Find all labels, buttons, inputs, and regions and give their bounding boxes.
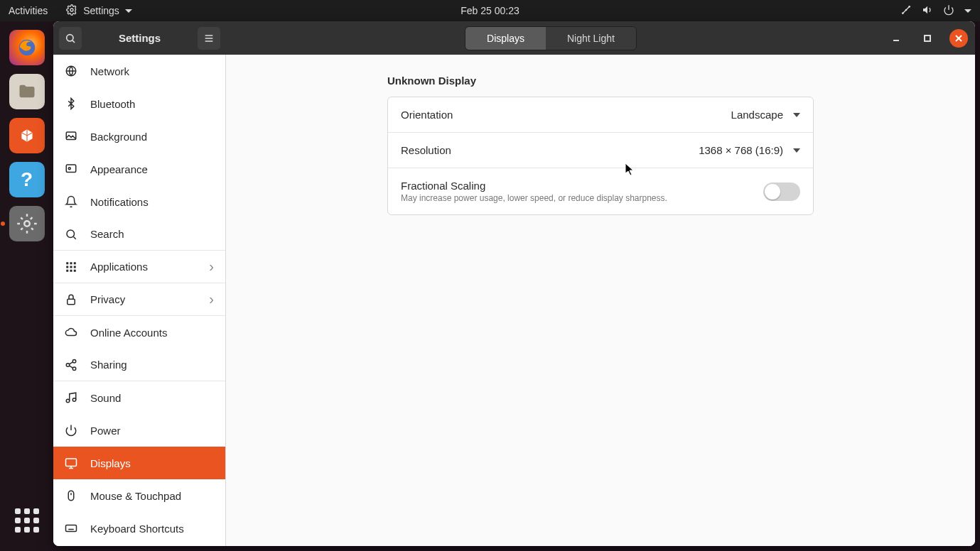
sidebar-item-online[interactable]: Online Accounts [53,316,225,349]
power-icon [65,424,77,437]
orientation-label: Orientation [401,109,731,121]
content-area: Unknown Display Orientation Landscape Re… [226,55,975,546]
cloud-icon [65,326,77,339]
dock: ? [0,21,53,551]
sidebar-item-appearance[interactable]: Appearance [53,153,225,185]
volume-icon[interactable] [922,4,933,18]
resolution-row[interactable]: Resolution 1368 × 768 (16:9) [388,133,813,168]
svg-point-19 [68,168,70,170]
svg-rect-26 [70,266,72,268]
privacy-icon [65,293,77,306]
chevron-right-icon: › [209,291,214,307]
app-menu[interactable]: Settings [66,4,132,18]
svg-line-36 [69,361,72,364]
window-title: Settings [87,32,192,44]
svg-rect-31 [68,299,75,305]
svg-rect-43 [68,491,74,501]
resolution-label: Resolution [401,144,699,156]
activities-button[interactable]: Activities [9,5,48,16]
sidebar-item-privacy[interactable]: Privacy› [53,283,225,316]
clock[interactable]: Feb 25 00:23 [461,5,519,16]
sharing-icon [65,359,77,371]
sidebar-item-power[interactable]: Power [53,414,225,447]
sidebar-item-label: Search [90,228,124,240]
close-button[interactable] [949,29,968,48]
svg-line-21 [73,236,75,239]
maximize-button[interactable] [918,29,937,48]
sidebar-item-displays[interactable]: Displays [53,447,225,479]
sidebar-item-bluetooth[interactable]: Bluetooth [53,87,225,120]
sidebar-item-label: Appearance [90,163,148,175]
titlebar: Settings Displays Night Light [53,21,975,55]
svg-rect-28 [66,269,68,271]
svg-rect-22 [66,262,68,264]
sidebar-item-search[interactable]: Search [53,218,225,251]
fractional-scaling-label: Fractional Scaling [401,180,763,192]
resolution-value: 1368 × 768 (16:9) [699,144,783,156]
network-icon [65,65,77,77]
svg-rect-24 [74,262,76,264]
show-applications-button[interactable] [9,503,45,538]
tab-displays[interactable]: Displays [465,27,546,50]
svg-rect-25 [66,266,68,268]
fractional-scaling-switch[interactable] [763,182,800,201]
svg-point-34 [72,367,76,371]
sidebar-item-background[interactable]: Background [53,120,225,153]
svg-rect-27 [74,266,76,268]
power-status-icon[interactable] [943,4,954,18]
bluetooth-icon [65,97,77,110]
hamburger-menu-button[interactable] [198,27,220,50]
dock-app-settings[interactable] [9,206,45,241]
sidebar-item-keyboard[interactable]: Keyboard Shortcuts [53,512,225,545]
display-section-title: Unknown Display [387,75,814,87]
svg-rect-23 [70,262,72,264]
sidebar-item-network[interactable]: Network [53,55,225,87]
sidebar-item-label: Applications [90,261,148,273]
chevron-down-icon [793,113,800,117]
sidebar-item-label: Network [90,65,129,77]
sidebar-item-applications[interactable]: Applications› [53,251,225,283]
sidebar-item-sound[interactable]: Sound [53,381,225,414]
svg-point-37 [66,399,70,403]
settings-window: Settings Displays Night Light NetworkBlu… [53,21,975,546]
minimize-button[interactable] [887,29,905,48]
search-button[interactable] [59,27,82,50]
svg-line-35 [69,366,72,368]
svg-point-32 [72,359,76,363]
sidebar-item-label: Displays [90,457,131,469]
network-status-icon[interactable] [900,4,912,18]
system-menu-chevron-icon[interactable] [964,9,971,13]
dock-app-firefox[interactable] [9,30,45,65]
view-tabs: Displays Night Light [465,26,637,50]
svg-point-7 [67,34,73,40]
tab-night-light[interactable]: Night Light [546,27,636,50]
sound-icon [65,391,77,404]
sidebar-item-label: Power [90,425,121,437]
svg-point-20 [67,230,75,238]
appearance-icon [65,163,77,175]
sidebar-item-label: Privacy [90,293,125,305]
dock-app-files[interactable] [9,74,45,109]
chevron-right-icon: › [209,258,214,275]
fractional-scaling-sub: May increase power usage, lower speed, o… [401,193,763,203]
orientation-row[interactable]: Orientation Landscape [388,97,813,133]
svg-rect-40 [66,459,77,467]
sidebar-item-label: Bluetooth [90,98,135,110]
sidebar-item-label: Sharing [90,359,127,371]
notifications-icon [65,195,77,208]
search-icon [65,228,77,241]
svg-line-8 [72,40,75,43]
dock-app-help[interactable]: ? [9,162,45,197]
svg-rect-30 [74,269,76,271]
sidebar-item-mouse[interactable]: Mouse & Touchpad [53,479,225,512]
sidebar-item-notifications[interactable]: Notifications [53,185,225,218]
svg-point-0 [70,9,73,11]
sidebar-item-label: Online Accounts [90,327,167,339]
dock-app-software[interactable] [9,118,45,153]
keyboard-icon [65,522,77,535]
background-icon [65,130,77,143]
applications-icon [65,261,77,273]
sidebar-item-label: Keyboard Shortcuts [90,523,184,535]
sidebar-item-sharing[interactable]: Sharing [53,349,225,381]
sidebar-item-label: Background [90,131,147,143]
